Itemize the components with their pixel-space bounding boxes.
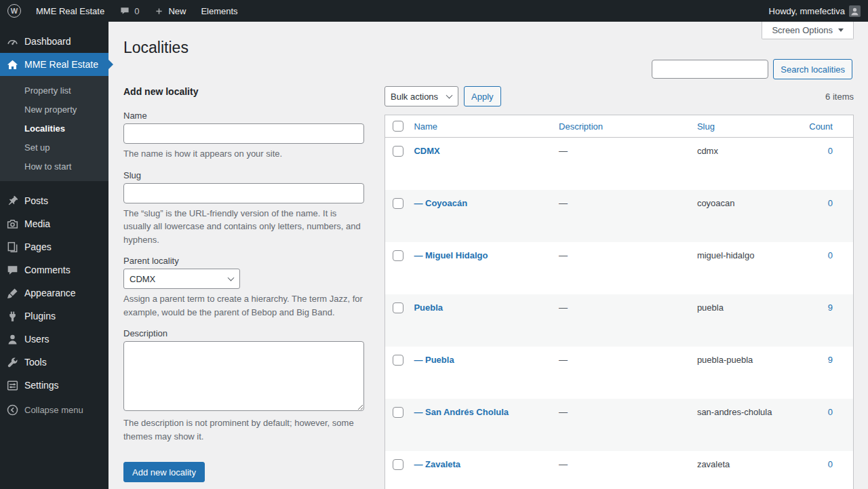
term-name-link[interactable]: — Coyoacán: [414, 198, 467, 208]
tools-icon: [0, 356, 24, 369]
term-slug: cdmx: [690, 138, 802, 190]
term-name-link[interactable]: CDMX: [414, 146, 439, 156]
wordpress-logo-icon: W: [7, 4, 21, 18]
term-count-link[interactable]: 0: [828, 407, 833, 417]
form-heading: Add new locality: [123, 86, 364, 97]
term-name-link[interactable]: — Zavaleta: [414, 459, 460, 469]
table-row: — Puebla — puebla-puebla 9: [385, 347, 854, 399]
admin-bar-account[interactable]: Howdy, mmefectiva: [762, 0, 868, 22]
term-description: —: [552, 451, 690, 489]
site-name-link[interactable]: MME Real Estate: [28, 0, 112, 22]
row-checkbox[interactable]: [393, 407, 403, 418]
term-count-link[interactable]: 0: [828, 198, 833, 208]
sidebar-item-settings[interactable]: Settings: [0, 374, 108, 397]
wordpress-logo[interactable]: W: [0, 0, 28, 22]
collapse-menu-button[interactable]: Collapse menu: [0, 398, 108, 421]
appearance-icon: [0, 287, 24, 300]
term-slug: puebla-puebla: [690, 347, 802, 399]
term-count-link[interactable]: 0: [828, 146, 833, 156]
sidebar-item-set-up[interactable]: Set up: [0, 138, 108, 157]
table-row: — Miguel Hidalgo — miguel-hidalgo 0: [385, 242, 854, 294]
table-row: — San Andrés Cholula — san-andres-cholul…: [385, 399, 854, 451]
screen-options-label: Screen Options: [772, 25, 833, 35]
column-header-count: Count: [802, 115, 853, 138]
term-description: —: [552, 190, 690, 242]
settings-icon: [0, 379, 24, 392]
add-new-locality-button[interactable]: Add new locality: [123, 462, 205, 482]
sidebar-item-plugins[interactable]: Plugins: [0, 305, 108, 328]
admin-bar: W MME Real Estate 0 New Elements Howdy, …: [0, 0, 868, 22]
bulk-actions-select[interactable]: Bulk actions: [384, 86, 458, 106]
name-field[interactable]: [123, 123, 364, 144]
parent-locality-select[interactable]: CDMX: [123, 269, 240, 289]
sidebar-item-comments[interactable]: Comments: [0, 258, 108, 281]
slug-field[interactable]: [123, 183, 364, 203]
sidebar-item-pages[interactable]: Pages: [0, 235, 108, 258]
sidebar-item-posts[interactable]: Posts: [0, 189, 108, 212]
add-locality-form: Add new locality Name The name is how it…: [123, 86, 364, 489]
sidebar-label: Users: [24, 334, 50, 345]
media-icon: [0, 218, 24, 231]
term-name-link[interactable]: — Puebla: [414, 355, 454, 365]
sort-by-description-link[interactable]: Description: [559, 121, 603, 132]
select-all-checkbox[interactable]: [393, 121, 403, 132]
comments-count: 0: [134, 6, 139, 16]
row-checkbox[interactable]: [393, 250, 403, 261]
term-description: —: [552, 399, 690, 451]
sidebar-item-localities[interactable]: Localities: [0, 119, 108, 138]
term-description: —: [552, 347, 690, 399]
localities-list: Bulk actions Apply 6 items Name Descript…: [384, 86, 854, 489]
admin-bar-new[interactable]: New: [146, 0, 193, 22]
term-name-link[interactable]: — Miguel Hidalgo: [414, 250, 488, 260]
sidebar-item-mme-real-estate[interactable]: MME Real Estate: [0, 53, 108, 76]
collapse-icon: [0, 404, 24, 416]
column-header-name: Name: [407, 115, 552, 138]
slug-help-text: The “slug” is the URL-friendly version o…: [123, 207, 364, 247]
term-count-link[interactable]: 9: [828, 302, 833, 313]
row-checkbox[interactable]: [393, 355, 403, 366]
term-count-link[interactable]: 0: [828, 459, 833, 469]
column-header-slug: Slug: [690, 115, 802, 138]
term-name-link[interactable]: Puebla: [414, 302, 443, 313]
sort-by-count-link[interactable]: Count: [809, 121, 833, 132]
sort-by-name-link[interactable]: Name: [414, 121, 437, 132]
search-input[interactable]: [652, 60, 768, 79]
sidebar-item-dashboard[interactable]: Dashboard: [0, 30, 108, 53]
table-row: — Zavaleta — zavaleta 0: [385, 451, 854, 489]
real-estate-icon: [0, 58, 24, 71]
description-textarea[interactable]: [123, 341, 364, 411]
apply-button[interactable]: Apply: [464, 86, 501, 106]
collapse-label: Collapse menu: [24, 405, 83, 415]
table-controls: Bulk actions Apply 6 items: [384, 86, 854, 106]
term-slug: puebla: [690, 294, 802, 347]
table-row: — Coyoacán — coyoacan 0: [385, 190, 854, 242]
sidebar-label: Settings: [24, 380, 59, 391]
sidebar-item-users[interactable]: Users: [0, 328, 108, 351]
sort-by-slug-link[interactable]: Slug: [697, 121, 715, 132]
table-row: Puebla — puebla 9: [385, 294, 854, 347]
row-checkbox[interactable]: [393, 146, 403, 157]
search-localities-button[interactable]: Search localities: [773, 59, 852, 79]
row-checkbox[interactable]: [393, 198, 403, 209]
term-description: —: [552, 294, 690, 347]
term-count-link[interactable]: 0: [828, 250, 833, 260]
term-count-link[interactable]: 9: [828, 355, 833, 365]
term-name-link[interactable]: — San Andrés Cholula: [414, 407, 509, 417]
row-checkbox[interactable]: [393, 459, 403, 470]
comments-icon: [0, 264, 24, 277]
name-label: Name: [123, 111, 364, 121]
sidebar-item-new-property[interactable]: New property: [0, 100, 108, 119]
parent-locality-select-wrap: CDMX: [123, 269, 240, 289]
row-checkbox[interactable]: [393, 302, 403, 313]
admin-bar-comments[interactable]: 0: [112, 0, 146, 22]
localities-table: Name Description Slug Count CDMX — cdmx …: [384, 115, 854, 489]
screen-options-button[interactable]: Screen Options: [762, 22, 854, 39]
sidebar-item-tools[interactable]: Tools: [0, 351, 108, 374]
sidebar-item-appearance[interactable]: Appearance: [0, 281, 108, 305]
sidebar-item-media[interactable]: Media: [0, 212, 108, 235]
dashboard-icon: [0, 35, 24, 48]
admin-bar-elements[interactable]: Elements: [193, 0, 245, 22]
sidebar-item-how-to-start[interactable]: How to start: [0, 157, 108, 176]
howdy-text: Howdy, mmefectiva: [769, 6, 845, 16]
sidebar-item-property-list[interactable]: Property list: [0, 81, 108, 100]
